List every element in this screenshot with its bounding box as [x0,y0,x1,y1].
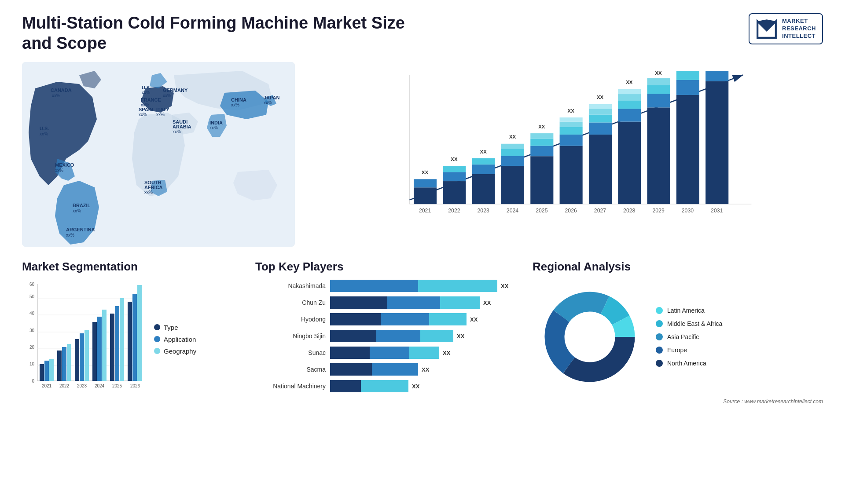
player-bar-wrap: XX [330,380,519,392]
svg-text:CANADA: CANADA [51,88,72,93]
svg-rect-118 [57,351,62,381]
bar-seg2 [387,296,440,309]
svg-text:xx%: xx% [142,90,150,95]
legend-application: Application [154,336,196,343]
svg-text:2024: 2024 [95,383,105,388]
svg-rect-55 [530,156,553,204]
svg-rect-125 [97,317,102,381]
svg-rect-81 [647,78,670,85]
svg-rect-121 [75,339,79,381]
svg-rect-80 [647,85,670,94]
svg-rect-129 [120,298,124,381]
logo-icon [756,18,778,40]
svg-rect-78 [647,108,670,205]
svg-rect-87 [705,81,728,204]
svg-rect-46 [472,174,495,204]
svg-rect-115 [40,364,44,381]
svg-rect-131 [132,294,137,381]
svg-text:2025: 2025 [112,383,122,388]
svg-rect-124 [92,322,97,381]
svg-rect-66 [589,135,612,204]
svg-text:40: 40 [29,311,35,316]
bar-seg2 [361,380,408,392]
player-bar-wrap: XX [330,347,519,359]
bar-seg1 [330,296,387,309]
players-section: Top Key Players Nakashimada XX Chun Zu [255,260,519,405]
svg-text:2022: 2022 [448,208,460,214]
svg-text:2023: 2023 [478,208,490,214]
player-bar [330,380,408,392]
player-nakashimada: Nakashimada XX [255,280,519,292]
player-sunac: Sunac XX [255,347,519,359]
svg-text:CHINA: CHINA [231,97,246,102]
page-title: Multi-Station Cold Forming Machine Marke… [22,13,418,53]
svg-rect-128 [115,306,119,381]
svg-rect-69 [589,109,612,114]
svg-rect-47 [472,164,495,174]
svg-text:FRANCE: FRANCE [141,97,161,102]
svg-text:xx%: xx% [73,208,81,213]
svg-text:xx%: xx% [40,131,48,136]
svg-rect-62 [560,127,583,135]
player-val: XX [501,283,508,289]
svg-rect-48 [472,158,495,164]
player-bar-wrap: XX [330,363,519,376]
logo: MARKET RESEARCH INTELLECT [749,13,823,44]
svg-rect-42 [443,181,466,204]
players-title: Top Key Players [255,260,519,274]
svg-rect-64 [560,117,583,121]
regional-section: Regional Analysis Latin America [533,260,823,405]
legend-geography: Geography [154,347,196,355]
player-val: XX [483,299,491,306]
svg-text:XX: XX [422,170,429,175]
svg-rect-76 [618,89,641,94]
player-bar [330,313,467,325]
top-section: CANADA xx% U.S. xx% MEXICO xx% BRAZIL xx… [22,62,823,247]
svg-text:30: 30 [29,328,35,333]
bar-seg2 [418,280,497,292]
bar-seg3 [440,296,480,309]
bar-seg2 [370,347,409,359]
player-bar [330,330,453,342]
svg-rect-43 [443,172,466,181]
bar-seg2 [381,313,429,325]
svg-rect-58 [530,133,553,139]
svg-text:2030: 2030 [682,208,694,214]
application-label: Application [164,336,196,343]
player-bar-wrap: XX [330,280,519,292]
bar-seg3 [420,330,453,342]
svg-text:MEXICO: MEXICO [55,162,74,168]
svg-text:2021: 2021 [419,208,431,214]
bar-chart: XX XX XX XX XX [308,62,823,247]
player-sacma: Sacma XX [255,363,519,376]
regional-title: Regional Analysis [533,260,823,274]
player-ningbosijin: Ningbo Sijin XX [255,330,519,342]
segmentation-legend: Type Application Geography [154,324,196,355]
svg-rect-61 [560,135,583,146]
player-name: Sacma [255,366,326,373]
player-bar-wrap: XX [330,296,519,309]
legend-latin-america: Latin America [656,307,722,314]
svg-text:2029: 2029 [652,208,665,214]
europe-dot [656,347,663,354]
legend-north-america: North America [656,360,722,367]
player-name: Nakashimada [255,282,326,289]
svg-text:XX: XX [480,149,487,154]
svg-text:50: 50 [29,294,35,299]
svg-rect-72 [618,122,641,205]
svg-text:10: 10 [29,362,35,366]
player-name: National Machinery [255,383,326,390]
svg-rect-126 [102,310,107,381]
svg-text:XX: XX [509,135,516,140]
mea-label: Middle East & Africa [667,320,722,327]
svg-text:XX: XX [597,95,604,100]
legend-mea: Middle East & Africa [656,320,722,327]
svg-text:xx%: xx% [231,102,239,107]
player-val: XX [412,383,419,390]
bar-seg3 [409,347,439,359]
asia-pacific-label: Asia Pacific [667,333,699,340]
logo-text: MARKET RESEARCH INTELLECT [782,18,816,40]
asia-pacific-dot [656,333,663,340]
latin-america-label: Latin America [667,307,705,314]
player-hyodong: Hyodong XX [255,313,519,325]
